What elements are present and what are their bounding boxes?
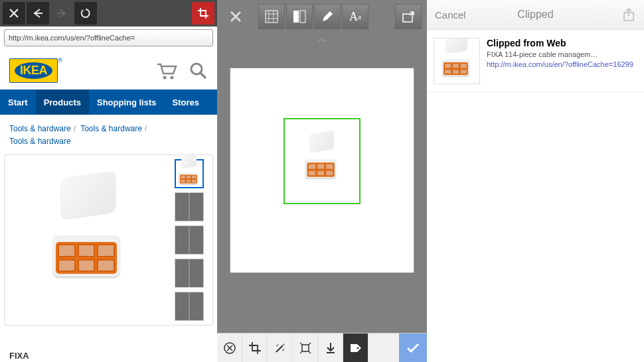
editor-toolbar: Aa <box>217 0 427 33</box>
tag-tool[interactable] <box>343 333 368 363</box>
product-name: FIXA <box>9 351 29 361</box>
pencil-tool[interactable] <box>314 4 341 29</box>
expand-tool[interactable] <box>293 333 318 363</box>
share-icon[interactable] <box>623 8 636 21</box>
text-tool[interactable]: Aa <box>342 4 368 29</box>
clip-card[interactable]: Clipped from Web FIXA 114-piece cable ma… <box>427 30 644 93</box>
clip-title: Clipped from Web <box>487 38 637 48</box>
svg-point-2 <box>191 64 202 74</box>
crop-tool[interactable] <box>242 333 268 363</box>
crumb-link[interactable]: Tools & hardware <box>80 124 142 133</box>
nav-start[interactable]: Start <box>0 90 36 115</box>
product-card <box>4 154 213 326</box>
svg-point-0 <box>163 76 167 79</box>
clip-url[interactable]: http://m.ikea.com/us/en/?offlineCache=16… <box>487 60 637 69</box>
cancel-tool[interactable] <box>217 333 242 363</box>
product-main-image <box>9 159 169 318</box>
split-tool[interactable] <box>286 4 313 29</box>
svg-rect-6 <box>403 14 412 22</box>
page-title: Clipped <box>517 9 553 21</box>
cancel-button[interactable]: Cancel <box>435 9 466 21</box>
forward-button[interactable] <box>50 2 73 25</box>
cart-icon[interactable] <box>156 62 177 80</box>
search-icon[interactable] <box>189 62 208 80</box>
back-button[interactable] <box>27 2 49 25</box>
ikea-logo[interactable]: IKEA ® <box>9 58 58 83</box>
confirm-button[interactable] <box>399 333 427 363</box>
crop-button[interactable] <box>192 2 214 25</box>
close-icon[interactable] <box>222 4 249 29</box>
clip-description: FIXA 114-piece cable managem… <box>487 50 637 58</box>
svg-rect-3 <box>266 11 278 23</box>
browser-panel: http://m.ikea.com/us/en/?offlineCache= I… <box>0 0 217 362</box>
editor-canvas[interactable] <box>230 68 414 273</box>
nav-shopping-lists[interactable]: Shopping lists <box>89 90 165 115</box>
nav-stores[interactable]: Stores <box>165 90 207 115</box>
svg-point-9 <box>357 347 359 349</box>
editor-bottom-toolbar <box>217 333 427 362</box>
svg-rect-4 <box>293 11 299 23</box>
reload-button[interactable] <box>74 2 97 25</box>
crop-selection[interactable] <box>283 118 361 204</box>
thumbnail[interactable] <box>175 159 204 188</box>
thumbnail[interactable] <box>175 292 204 321</box>
download-tool[interactable] <box>318 333 343 363</box>
browser-toolbar <box>0 0 217 27</box>
editor-panel: Aa ︿ <box>217 0 427 362</box>
thumbnail[interactable] <box>175 225 204 255</box>
clipped-panel: Cancel Clipped Clipped from Web FIXA 114… <box>427 0 644 362</box>
url-bar[interactable]: http://m.ikea.com/us/en/?offlineCache= <box>4 29 213 46</box>
svg-point-1 <box>171 76 174 79</box>
thumbnail[interactable] <box>175 259 204 288</box>
share-button[interactable] <box>395 4 422 29</box>
chevron-up-icon[interactable]: ︿ <box>217 33 427 45</box>
grid-tool[interactable] <box>258 4 285 29</box>
main-nav: Start Products Shopping lists Stores <box>0 90 217 115</box>
crumb-link[interactable]: Tools & hardware <box>9 124 71 133</box>
breadcrumb: Tools & hardware/ Tools & hardware/ Tool… <box>0 115 217 152</box>
thumbnail[interactable] <box>175 192 204 221</box>
nav-products[interactable]: Products <box>36 90 89 115</box>
clipped-header: Cancel Clipped <box>427 0 644 30</box>
crumb-link[interactable]: Tools & hardware <box>9 137 71 146</box>
clip-thumbnail <box>434 38 480 84</box>
clip-info: Clipped from Web FIXA 114-piece cable ma… <box>487 38 637 84</box>
product-thumbnails <box>175 159 206 321</box>
svg-rect-8 <box>302 345 309 351</box>
close-button[interactable] <box>3 2 25 25</box>
svg-rect-5 <box>300 11 305 23</box>
magic-tool[interactable] <box>268 333 293 363</box>
site-header: IKEA ® <box>0 49 217 90</box>
